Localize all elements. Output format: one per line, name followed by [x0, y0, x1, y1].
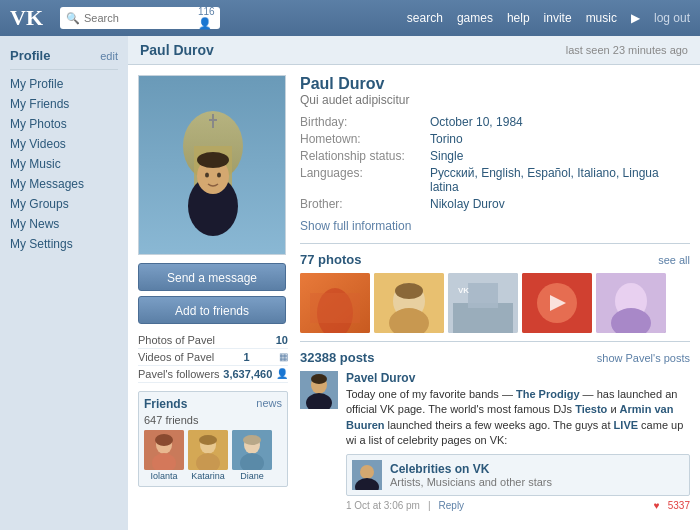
photos-value[interactable]: 10 — [276, 334, 288, 346]
search-count: 116 👤 — [198, 6, 215, 30]
friends-photos: Iolanta Katarina — [144, 430, 282, 481]
top-nav-links: search games help invite music ▶ log out — [407, 11, 690, 25]
friends-label[interactable]: Friends — [144, 397, 187, 411]
friends-news-link[interactable]: news — [256, 397, 282, 411]
sidebar-item-my-settings[interactable]: My Settings — [0, 234, 128, 254]
friend-photo-katarina[interactable] — [188, 430, 228, 470]
posts-count-title: 32388 posts — [300, 350, 374, 365]
post-date: 1 Oct at 3:06 pm — [346, 500, 420, 511]
relationship-row: Relationship status: Single — [300, 149, 690, 163]
page-icon — [352, 460, 382, 490]
friend-item-3: Diane — [232, 430, 272, 481]
show-full-info-link[interactable]: Show full information — [300, 219, 690, 233]
tiesto-link[interactable]: Tiesto — [575, 403, 607, 415]
friend-photo-iolanta[interactable] — [144, 430, 184, 470]
sidebar-edit-link[interactable]: edit — [100, 50, 118, 62]
sidebar-item-my-messages[interactable]: My Messages — [0, 174, 128, 194]
content-area: Paul Durov last seen 23 minutes ago — [128, 36, 700, 530]
relationship-value: Single — [430, 149, 463, 163]
page-info: Celebrities on VK Artists, Musicians and… — [390, 462, 552, 488]
post-avatar[interactable] — [300, 371, 338, 409]
brother-value[interactable]: Nikolay Durov — [430, 197, 505, 211]
like-count[interactable]: 5337 — [668, 500, 690, 511]
videos-icon: ▦ — [279, 351, 288, 363]
svg-rect-31 — [468, 283, 498, 308]
videos-value[interactable]: 1 — [244, 351, 250, 363]
hometown-row: Hometown: Torino — [300, 132, 690, 146]
nav-help[interactable]: help — [507, 11, 530, 25]
profile-body: Send a message Add to friends Photos of … — [128, 65, 700, 529]
birthday-label: Birthday: — [300, 115, 430, 129]
photo-thumb-2[interactable] — [374, 273, 444, 333]
profile-photo-illustration — [139, 76, 286, 255]
nav-games[interactable]: games — [457, 11, 493, 25]
post-text: Today one of my favorite bands — The Pro… — [346, 387, 690, 449]
profile-tagline: Qui audet adipiscitur — [300, 93, 690, 107]
profile-photo — [138, 75, 286, 255]
brother-row: Brother: Nikolay Durov — [300, 197, 690, 211]
page-name: Celebrities on VK — [390, 462, 552, 476]
svg-point-21 — [243, 435, 261, 445]
friend-name-katarina: Katarina — [188, 471, 228, 481]
profile-header-name: Paul Durov — [140, 42, 214, 58]
show-pavels-posts-link[interactable]: show Pavel's posts — [597, 352, 690, 364]
sidebar-item-my-friends[interactable]: My Friends — [0, 94, 128, 114]
svg-point-13 — [155, 434, 173, 446]
followers-stat: Pavel's followers 3,637,460 👤 — [138, 366, 288, 383]
photo-thumb-1[interactable] — [300, 273, 370, 333]
post-author[interactable]: Pavel Durov — [346, 371, 690, 385]
nav-logout[interactable]: log out — [654, 11, 690, 25]
photos-see-all-link[interactable]: see all — [658, 254, 690, 266]
birthday-value: October 10, 1984 — [430, 115, 523, 129]
svg-point-28 — [395, 283, 423, 299]
posts-section-header: 32388 posts show Pavel's posts — [300, 350, 690, 365]
prodigy-link[interactable]: The Prodigy — [516, 388, 580, 400]
photos-of-pavel-stat: Photos of Pavel 10 — [138, 332, 288, 349]
sidebar-item-my-groups[interactable]: My Groups — [0, 194, 128, 214]
sidebar-item-my-news[interactable]: My News — [0, 214, 128, 234]
search-icon: 🔍 — [66, 12, 80, 25]
music-play-icon[interactable]: ▶ — [631, 11, 640, 25]
nav-search[interactable]: search — [407, 11, 443, 25]
top-navigation: VK 🔍 116 👤 search games help invite musi… — [0, 0, 700, 36]
svg-text:VK: VK — [458, 286, 469, 295]
like-icon: ♥ — [654, 500, 660, 511]
videos-of-pavel-stat: Videos of Pavel 1 ▦ — [138, 349, 288, 366]
profile-header: Paul Durov last seen 23 minutes ago — [128, 36, 700, 65]
followers-value[interactable]: 3,637,460 — [223, 368, 272, 380]
sidebar-header: Profile edit — [0, 44, 128, 65]
sidebar-item-my-music[interactable]: My Music — [0, 154, 128, 174]
search-input[interactable] — [84, 12, 194, 24]
post-item: Pavel Durov Today one of my favorite ban… — [300, 371, 690, 511]
vk-logo: VK — [10, 5, 50, 31]
friend-item-1: Iolanta — [144, 430, 184, 481]
relationship-label: Relationship status: — [300, 149, 430, 163]
post-reply-link[interactable]: Reply — [439, 500, 465, 511]
sidebar-item-my-videos[interactable]: My Videos — [0, 134, 128, 154]
photos-section: 77 photos see all — [300, 243, 690, 333]
live-link[interactable]: LIVE — [614, 419, 638, 431]
photos-count-title[interactable]: 77 photos — [300, 252, 361, 267]
followers-icon: 👤 — [276, 368, 288, 380]
photo-thumb-5[interactable] — [596, 273, 666, 333]
friends-box: Friends news 647 friends — [138, 391, 288, 487]
sidebar-item-my-photos[interactable]: My Photos — [0, 114, 128, 134]
brother-label: Brother: — [300, 197, 430, 211]
friends-title: Friends news — [144, 397, 282, 411]
photo-thumb-4[interactable] — [522, 273, 592, 333]
photo-thumb-3[interactable]: VK — [448, 273, 518, 333]
birthday-row: Birthday: October 10, 1984 — [300, 115, 690, 129]
sidebar-profile-label: Profile — [10, 48, 50, 63]
last-seen: last seen 23 minutes ago — [566, 44, 688, 56]
sidebar-item-my-profile[interactable]: My Profile — [0, 74, 128, 94]
nav-invite[interactable]: invite — [544, 11, 572, 25]
nav-music[interactable]: music — [586, 11, 617, 25]
friend-name-iolanta: Iolanta — [144, 471, 184, 481]
profile-right-column: Paul Durov Qui audet adipiscitur Birthda… — [300, 75, 690, 519]
post-footer: 1 Oct at 3:06 pm | Reply ♥ 5337 — [346, 500, 690, 511]
send-message-button[interactable]: Send a message — [138, 263, 286, 291]
hometown-value[interactable]: Torino — [430, 132, 463, 146]
add-to-friends-button[interactable]: Add to friends — [138, 296, 286, 324]
friend-photo-diane[interactable] — [232, 430, 272, 470]
post-page-block[interactable]: Celebrities on VK Artists, Musicians and… — [346, 454, 690, 496]
